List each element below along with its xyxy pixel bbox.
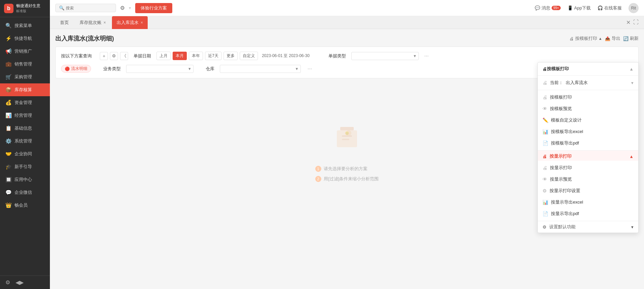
export-button[interactable]: 📤 导出 <box>605 35 620 42</box>
online-service-button[interactable]: 🎧 在线客服 <box>597 5 622 11</box>
doc-type-more-icon[interactable]: ··· <box>424 53 429 59</box>
sidebar-item-finance[interactable]: 💰 资金管理 <box>0 96 50 109</box>
date-label: 单据日期 <box>134 53 151 59</box>
flow-tag[interactable]: 🔴 流水明细 <box>61 65 91 73</box>
filter-collapse-button[interactable]: 《 <box>120 52 128 60</box>
dropdown-printer-icon: 🖨 <box>543 67 547 72</box>
expand-window-icon[interactable]: ⛶ <box>633 19 639 26</box>
filter-settings-button[interactable]: ⚙ <box>110 52 118 60</box>
tag-icon: 🔴 <box>65 67 70 71</box>
display-print-settings-item[interactable]: ⚙ 按显示打印设置 <box>538 185 638 196</box>
template-section: 🖨 按模板打印 👁 按模板预览 ✏️ 模板自定义设计 📊 按模板导出excel … <box>538 90 638 151</box>
doc-type-select-wrapper <box>351 52 419 60</box>
header-actions: 🖨 按模板打印 ▲ 📤 导出 🔄 刷新 <box>569 35 639 42</box>
sidebar: b 畅捷通好生意 标准版 🔍 搜索菜单 ⚡ 快捷导航 📢 营销推广 💼 销售管理… <box>0 0 50 289</box>
search-input[interactable] <box>66 6 113 10</box>
print-template-button[interactable]: 🖨 按模板打印 ▲ <box>569 35 602 42</box>
template-design-item[interactable]: ✏️ 模板自定义设计 <box>538 114 638 126</box>
print-dropdown: 🖨 按模板打印 ▲ 🖨 当前： 出入库流水 ▾ 🖨 按模板打印 <box>537 62 639 233</box>
refresh-button[interactable]: 🔄 刷新 <box>623 35 639 42</box>
close-window-icon[interactable]: ✕ <box>626 19 631 26</box>
operations-icon: 📊 <box>5 112 12 119</box>
app-download-button[interactable]: 📱 App下载 <box>567 5 591 11</box>
dropdown-current-template[interactable]: 🖨 当前： 出入库流水 ▾ <box>538 77 638 88</box>
sidebar-item-basic[interactable]: 📋 基础信息 <box>0 122 50 135</box>
settings-gear-icon[interactable]: ⚙ <box>120 5 125 11</box>
sidebar-item-weixin[interactable]: 💬 企业微信 <box>0 186 50 199</box>
footer-chevron-icon: ▾ <box>631 225 634 230</box>
template-excel-item[interactable]: 📊 按模板导出excel <box>538 126 638 137</box>
business-type-select[interactable] <box>126 65 194 73</box>
display-pdf-icon: 📄 <box>543 211 548 216</box>
display-preview-item[interactable]: 👁 按显示预览 <box>538 174 638 185</box>
template-design-icon: ✏️ <box>543 117 548 123</box>
current-chevron: ▾ <box>631 80 634 85</box>
hint-num-2: 2 <box>315 176 321 182</box>
sidebar-item-purchase[interactable]: 🛒 采购管理 <box>0 71 50 83</box>
sidebar-item-operations[interactable]: 📊 经营管理 <box>0 109 50 122</box>
display-settings-icon: ⚙ <box>543 188 547 193</box>
template-preview-item[interactable]: 👁 按模板预览 <box>538 103 638 114</box>
settings-bottom-icon[interactable]: ⚙ <box>5 279 10 286</box>
close-tab-batch[interactable]: × <box>104 20 106 25</box>
search-box[interactable]: 🔍 <box>55 4 116 12</box>
display-excel-item[interactable]: 📊 按显示导出excel <box>538 196 638 208</box>
date-this-month[interactable]: 本月 <box>173 52 187 60</box>
sidebar-item-search[interactable]: 🔍 搜索菜单 <box>0 19 50 32</box>
printer-icon: 🖨 <box>569 36 574 41</box>
display-excel-icon: 📊 <box>543 200 548 205</box>
search-icon-top: 🔍 <box>59 5 64 10</box>
topbar: 🔍 ⚙ ▾ 体验行业方案 💬 消息 99+ 📱 App下载 🎧 在线客服 Rit <box>50 0 644 16</box>
display-pdf-item[interactable]: 📄 按显示导出pdf <box>538 208 638 219</box>
display-section-header[interactable]: 🖨 按显示打印 ▲ <box>538 151 638 161</box>
basic-icon: 📋 <box>5 125 12 131</box>
date-last-month[interactable]: 上月 <box>156 52 171 60</box>
display-section: 🖨 按显示打印 👁 按显示预览 ⚙ 按显示打印设置 📊 按显示导出excel 📄 <box>538 161 638 221</box>
template-print-item[interactable]: 🖨 按模板打印 <box>538 91 638 103</box>
sidebar-item-quicknav[interactable]: ⚡ 快捷导航 <box>0 32 50 45</box>
warehouse-more-icon[interactable]: ··· <box>308 66 312 72</box>
dropdown-chevron-up[interactable]: ▲ <box>629 67 634 72</box>
template-pdf-item[interactable]: 📄 按模板导出pdf <box>538 137 638 149</box>
svg-rect-3 <box>342 139 349 140</box>
add-filter-button[interactable]: ＋ <box>100 52 108 60</box>
sidebar-item-system[interactable]: ⚙️ 系统管理 <box>0 135 50 148</box>
template-excel-icon: 📊 <box>543 129 548 134</box>
sidebar-item-sales[interactable]: 💼 销售管理 <box>0 58 50 71</box>
display-print-icon: 🖨 <box>543 165 547 170</box>
dropdown-header: 🖨 按模板打印 ▲ <box>538 62 638 76</box>
date-7days[interactable]: 近7天 <box>205 52 222 60</box>
collapse-sidebar-icon[interactable]: ◀▶ <box>16 279 24 286</box>
phone-icon: 📱 <box>567 5 573 10</box>
sidebar-item-guide[interactable]: 🎓 新手引导 <box>0 160 50 173</box>
date-custom[interactable]: 自定义 <box>240 52 258 60</box>
sidebar-nav: 🔍 搜索菜单 ⚡ 快捷导航 📢 营销推广 💼 销售管理 🛒 采购管理 📦 库存核… <box>0 17 50 275</box>
sidebar-item-collab[interactable]: 🤝 企业协同 <box>0 148 50 160</box>
display-print-item[interactable]: 🖨 按显示打印 <box>538 162 638 174</box>
sidebar-item-marketing[interactable]: 📢 营销推广 <box>0 45 50 58</box>
date-this-year[interactable]: 本年 <box>189 52 203 60</box>
close-tab-flow[interactable]: × <box>141 20 143 25</box>
messages-button[interactable]: 💬 消息 99+ <box>535 5 561 11</box>
sidebar-item-member[interactable]: 👑 畅会员 <box>0 199 50 212</box>
display-preview-icon: 👁 <box>543 177 547 182</box>
tab-batch[interactable]: 库存批次账 × <box>75 16 111 29</box>
doc-type-select[interactable] <box>351 52 419 60</box>
tab-home[interactable]: 首页 <box>55 18 74 28</box>
warehouse-select[interactable] <box>220 65 301 73</box>
trial-button[interactable]: 体验行业方案 <box>135 3 172 13</box>
purchase-icon: 🛒 <box>5 74 12 80</box>
sidebar-item-apps[interactable]: 🔲 应用中心 <box>0 173 50 186</box>
quicknav-icon: ⚡ <box>5 35 12 42</box>
avatar[interactable]: Rit <box>628 3 639 13</box>
settings-default-icon: ⚙ <box>543 225 547 230</box>
guide-icon: 🎓 <box>5 164 12 170</box>
sidebar-item-inventory[interactable]: 📦 库存核算 <box>0 83 50 96</box>
topbar-right: 💬 消息 99+ 📱 App下载 🎧 在线客服 Rit <box>535 3 639 13</box>
filter-section-label: 按以下方案查询 <box>61 53 92 59</box>
marketing-icon: 📢 <box>5 48 12 54</box>
dropdown-footer[interactable]: ⚙ 设置默认功能 ▾ <box>538 221 638 233</box>
date-more[interactable]: 更多 <box>224 52 238 60</box>
tab-flow[interactable]: 出入库流水 × <box>112 16 148 29</box>
template-preview-icon: 👁 <box>543 106 547 111</box>
